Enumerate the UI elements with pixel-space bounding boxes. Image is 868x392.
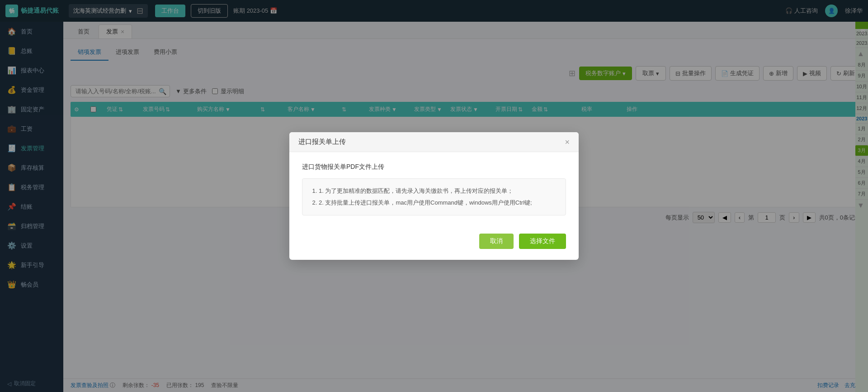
- modal-footer: 取消 选择文件: [289, 226, 579, 260]
- modal-header: 进口报关单上传 ×: [289, 132, 579, 152]
- modal-cancel-button[interactable]: 取消: [479, 234, 514, 249]
- modal-section-title: 进口货物报关单PDF文件上传: [302, 163, 566, 171]
- modal-info-box: 1. 为了更加精准的数据匹配，请先录入海关缴款书，再上传对应的报关单； 2. 支…: [302, 178, 566, 215]
- modal-info-item-2: 2. 支持批量上传进口报关单，mac用户使用Command键，windows用户…: [319, 197, 557, 209]
- modal-close-button[interactable]: ×: [565, 138, 570, 146]
- modal-dialog: 进口报关单上传 × 进口货物报关单PDF文件上传 1. 为了更加精准的数据匹配，…: [289, 132, 579, 260]
- modal-title: 进口报关单上传: [298, 138, 346, 146]
- modal-info-item-1: 1. 为了更加精准的数据匹配，请先录入海关缴款书，再上传对应的报关单；: [319, 185, 557, 197]
- modal-select-file-button[interactable]: 选择文件: [519, 234, 566, 249]
- modal-overlay[interactable]: 进口报关单上传 × 进口货物报关单PDF文件上传 1. 为了更加精准的数据匹配，…: [0, 0, 868, 392]
- modal-body: 进口货物报关单PDF文件上传 1. 为了更加精准的数据匹配，请先录入海关缴款书，…: [289, 152, 579, 226]
